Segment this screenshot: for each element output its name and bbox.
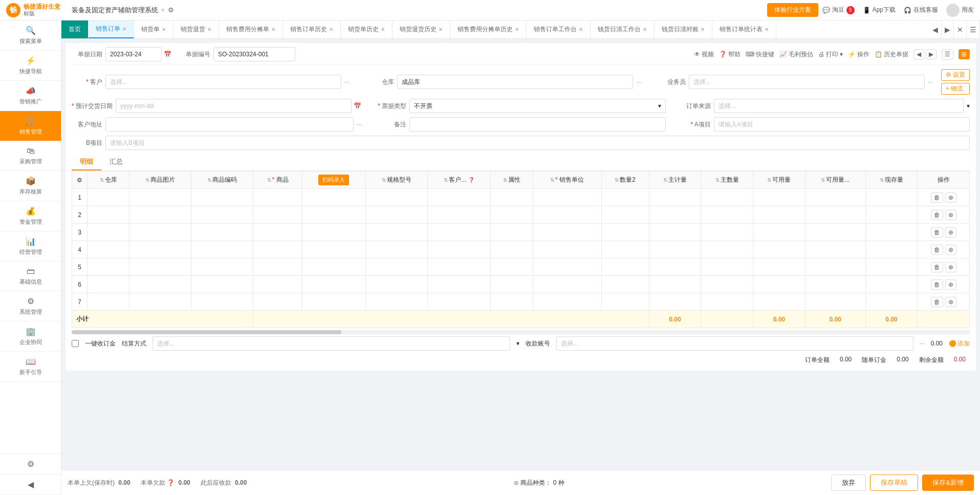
row-copy-btn-7[interactable]: ⊕ bbox=[945, 297, 956, 307]
sidebar-item-marketing[interactable]: 📣营销推广 bbox=[0, 81, 61, 111]
main-qty-sort[interactable]: 主数量 bbox=[715, 176, 739, 183]
available2-sort[interactable]: 可用量... bbox=[821, 176, 850, 183]
row-spec-3[interactable] bbox=[365, 224, 427, 241]
row-unit-2[interactable] bbox=[533, 206, 601, 224]
toolbar-grid-btn[interactable]: ☰ bbox=[942, 49, 953, 59]
project-b-input[interactable] bbox=[105, 136, 970, 150]
one-click-checkbox[interactable] bbox=[72, 340, 79, 347]
qty2-sort[interactable]: 数量2 bbox=[615, 176, 636, 183]
save-new-button[interactable]: 保存&新增 bbox=[922, 475, 974, 491]
row-spec-4[interactable] bbox=[365, 241, 427, 259]
scan-btn[interactable]: 扫码录入 bbox=[318, 175, 349, 185]
row-attribute-6[interactable] bbox=[491, 276, 533, 293]
sidebar-item-enterprise[interactable]: 🏢企业协同 bbox=[0, 321, 61, 352]
available-sort[interactable]: 可用量 bbox=[767, 176, 791, 183]
tab-daily-clear[interactable]: 钱货日清工作台✕ bbox=[591, 20, 655, 38]
help-action[interactable]: ❓ 帮助 bbox=[719, 50, 741, 59]
row-warehouse-4[interactable] bbox=[88, 241, 129, 259]
row-unit-6[interactable] bbox=[533, 276, 601, 293]
row-main-qty-5[interactable] bbox=[701, 259, 753, 276]
tab-prev-button[interactable]: ◀ bbox=[929, 20, 942, 38]
tab-order-history[interactable]: 销售订单历史✕ bbox=[283, 20, 341, 38]
sidebar-item-inventory[interactable]: 📦库存核算 bbox=[0, 171, 61, 201]
row-customer-code-7[interactable] bbox=[427, 293, 490, 311]
tab-close-daily-clear[interactable]: ✕ bbox=[643, 27, 647, 32]
tab-return-history[interactable]: 销货单历史✕ bbox=[341, 20, 393, 38]
row-attribute-2[interactable] bbox=[491, 206, 533, 224]
row-attribute-5[interactable] bbox=[491, 259, 533, 276]
sidebar-item-collapse[interactable]: ◀ bbox=[0, 475, 61, 495]
row-product-7[interactable] bbox=[253, 293, 302, 311]
question-icon[interactable]: ❓ bbox=[468, 177, 474, 183]
row-qty2-4[interactable] bbox=[601, 241, 649, 259]
payment-method-input[interactable] bbox=[153, 336, 510, 351]
tab-menu-button[interactable]: ☰ bbox=[967, 20, 980, 38]
attribute-sort[interactable]: 属性 bbox=[503, 176, 520, 183]
tab-close-return-history[interactable]: ✕ bbox=[381, 27, 385, 32]
online-service-item[interactable]: 🎧 在线客服 bbox=[904, 6, 938, 14]
row-product-2[interactable] bbox=[253, 206, 302, 224]
row-unit-5[interactable] bbox=[533, 259, 601, 276]
sidebar-item-system[interactable]: ⚙系统管理 bbox=[0, 291, 61, 321]
tab-daily-check[interactable]: 钱货日清对账✕ bbox=[655, 20, 712, 38]
app-download-item[interactable]: 📱 App下载 bbox=[863, 6, 896, 14]
tab-return-goods[interactable]: 销货退货✕ bbox=[173, 20, 219, 38]
row-qty2-7[interactable] bbox=[601, 293, 649, 311]
address-more-btn[interactable]: ··· bbox=[357, 121, 361, 127]
print-action[interactable]: 🖨 打印 ▾ bbox=[818, 50, 843, 59]
add-logistics-btn[interactable]: + 物流 bbox=[941, 83, 970, 95]
row-warehouse-6[interactable] bbox=[88, 276, 129, 293]
customer-more-btn[interactable]: ··· bbox=[344, 79, 349, 85]
tab-close-sales-expense[interactable]: ✕ bbox=[271, 27, 275, 32]
row-product-5[interactable] bbox=[253, 259, 302, 276]
row-delete-btn-5[interactable]: 🗑 bbox=[931, 262, 943, 272]
row-product-3[interactable] bbox=[253, 224, 302, 241]
tab-close-daily-check[interactable]: ✕ bbox=[701, 27, 705, 32]
toolbar-expand-btn[interactable]: ⊞ bbox=[959, 49, 970, 59]
delivery-calendar-icon[interactable]: 📅 bbox=[354, 102, 361, 110]
unit-sort[interactable]: 销售单位 bbox=[550, 176, 584, 183]
row-qty2-1[interactable] bbox=[601, 189, 649, 206]
sidebar-item-guide[interactable]: 📖新手引导 bbox=[0, 352, 61, 382]
row-spec-1[interactable] bbox=[365, 189, 427, 206]
row-code-5[interactable] bbox=[191, 259, 253, 276]
row-code-2[interactable] bbox=[191, 206, 253, 224]
row-customer-code-1[interactable] bbox=[427, 189, 490, 206]
save-draft-button[interactable]: 保存草稿 bbox=[870, 475, 918, 491]
warehouse-display[interactable]: 成品库 bbox=[397, 75, 633, 89]
sidebar-item-purchase[interactable]: 🛍采购管理 bbox=[0, 141, 61, 171]
tab-home[interactable]: 首页 bbox=[61, 20, 89, 38]
row-code-7[interactable] bbox=[191, 293, 253, 311]
row-code-6[interactable] bbox=[191, 276, 253, 293]
sidebar-item-quick[interactable]: ⚡快捷导航 bbox=[0, 51, 61, 81]
staff-input[interactable] bbox=[689, 75, 925, 89]
row-unit-7[interactable] bbox=[533, 293, 601, 311]
invoice-type-display[interactable]: 不开票 ▾ bbox=[409, 99, 665, 113]
toolbar-prev-btn[interactable]: ◀ bbox=[913, 49, 924, 59]
operation-action[interactable]: ⚡ 操作 bbox=[848, 50, 869, 59]
row-unit-3[interactable] bbox=[533, 224, 601, 241]
row-attribute-1[interactable] bbox=[491, 189, 533, 206]
row-customer-code-2[interactable] bbox=[427, 206, 490, 224]
row-qty2-5[interactable] bbox=[601, 259, 649, 276]
row-attribute-3[interactable] bbox=[491, 224, 533, 241]
project-a-input[interactable] bbox=[714, 117, 970, 132]
user-item[interactable]: 用友 bbox=[946, 4, 974, 17]
sidebar-item-settings[interactable]: ⚙ bbox=[0, 454, 61, 475]
main-unit-sort[interactable]: 主计量 bbox=[663, 176, 687, 183]
tab-close-sales-stats[interactable]: ✕ bbox=[765, 27, 769, 32]
tab-order-workbench[interactable]: 销售订单工作台✕ bbox=[527, 20, 591, 38]
tab-summary[interactable]: 汇总 bbox=[101, 154, 131, 170]
calendar-icon[interactable]: 📅 bbox=[164, 51, 171, 58]
customer-code-sort[interactable]: 客户... ❓ bbox=[444, 176, 474, 183]
tab-close-return-goods-history[interactable]: ✕ bbox=[439, 27, 443, 32]
row-warehouse-3[interactable] bbox=[88, 224, 129, 241]
row-main-qty-4[interactable] bbox=[701, 241, 753, 259]
row-delete-btn-6[interactable]: 🗑 bbox=[931, 279, 943, 290]
discard-button[interactable]: 放弃 bbox=[831, 475, 866, 491]
row-qty2-2[interactable] bbox=[601, 206, 649, 224]
toolbar-next-btn[interactable]: ▶ bbox=[926, 49, 937, 59]
row-customer-code-4[interactable] bbox=[427, 241, 490, 259]
tab-sales-expense[interactable]: 销售费用分摊单✕ bbox=[219, 20, 283, 38]
question-icon2[interactable]: ❓ bbox=[167, 479, 175, 486]
